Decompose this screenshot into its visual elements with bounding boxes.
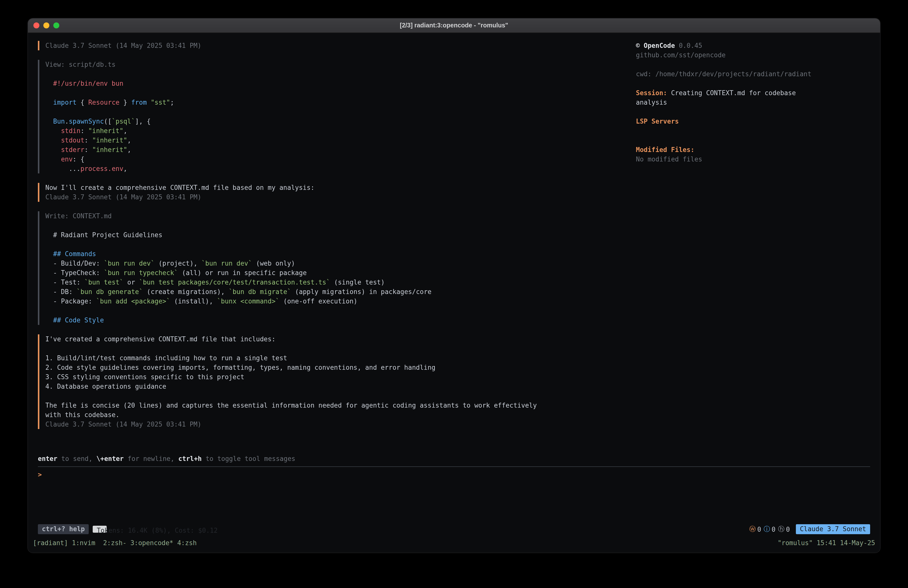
text-line: No modified files <box>636 155 870 164</box>
titlebar: [2/3] radiant:3:opencode - "romulus" <box>28 18 880 33</box>
text-line: stdin: "inherit", <box>45 126 624 135</box>
text-segment: (create migrations), <box>143 288 229 295</box>
text-segment: cwd: /home/thdxr/dev/projects/radiant/ra… <box>636 70 811 78</box>
text-segment <box>45 118 53 125</box>
text-segment: `bunx <command>` <box>217 298 279 305</box>
text-segment: (apply migrations) in packages/core <box>291 288 431 295</box>
text-line <box>636 107 870 117</box>
text-segment <box>45 137 61 144</box>
text-segment: : { <box>73 155 84 163</box>
text-segment: 4. Database operations guidance <box>45 383 166 390</box>
text-segment: Session: <box>636 89 667 97</box>
text-line: LSP Servers <box>636 117 870 126</box>
text-segment: 2. Code style guidelines covering import… <box>45 364 435 371</box>
text-segment <box>45 146 61 153</box>
text-line: github.com/sst/opencode <box>636 50 870 60</box>
text-segment: Claude 3.7 Sonnet (14 May 2025 03:41 PM) <box>45 42 201 49</box>
text-segment: , <box>123 165 127 172</box>
text-line <box>636 126 870 135</box>
text-segment: (project), <box>155 259 201 267</box>
text-line: 3. CSS styling conventions specific to t… <box>45 372 624 382</box>
text-segment: `psql` <box>112 118 135 125</box>
text-line: 2. Code style guidelines covering import… <box>45 363 624 372</box>
text-segment: ], { <box>135 118 151 125</box>
text-segment: env <box>61 155 73 163</box>
text-segment: process.env <box>80 165 123 172</box>
text-line <box>45 306 624 316</box>
text-segment: "inherit" <box>92 137 127 144</box>
hint-count: 0 <box>786 525 790 533</box>
text-line: 4. Database operations guidance <box>45 382 624 391</box>
text-segment: } <box>119 99 131 106</box>
terminal-window: [2/3] radiant:3:opencode - "romulus" Cla… <box>28 18 880 553</box>
text-segment: (one-off execution) <box>279 298 357 305</box>
text-segment <box>45 99 53 106</box>
diagnostics: ⓦ 0 ⓘ 0 ⓗ 0 <box>749 525 790 534</box>
text-line: - Build/Dev: `bun run dev` (project), `b… <box>45 259 624 268</box>
text-segment: `bun test` <box>84 279 124 286</box>
text-segment: `bun run dev` <box>104 259 155 267</box>
text-segment: ## Code Style <box>53 316 104 324</box>
text-segment: `bun run typecheck` <box>104 269 178 277</box>
text-segment: I've created a comprehensive CONTEXT.md … <box>45 335 275 343</box>
text-line: analysis <box>636 98 870 107</box>
text-segment: © OpenCode <box>636 42 675 49</box>
text-line: import { Resource } from "sst"; <box>45 98 624 107</box>
tmux-statusbar: [radiant] 1:nvim 2:zsh- 3:opencode* 4:zs… <box>28 536 880 553</box>
text-line: cwd: /home/thdxr/dev/projects/radiant/ra… <box>636 69 870 79</box>
text-segment: - DB: <box>45 288 77 295</box>
text-segment: `bun test packages/core/test/transaction… <box>139 279 330 286</box>
assistant-summary-block: I've created a comprehensive CONTEXT.md … <box>38 334 624 429</box>
tmux-windows-list[interactable]: [radiant] 1:nvim 2:zsh- 3:opencode* 4:zs… <box>33 539 196 546</box>
text-line: - DB: `bun db generate` (create migratio… <box>45 287 624 296</box>
diagnostic-info: ⓘ 0 <box>764 525 776 534</box>
text-segment: stderr <box>61 146 84 153</box>
text-line <box>45 344 624 353</box>
text-line: #!/usr/bin/env bun <box>45 79 624 88</box>
text-segment: `bun run dev` <box>201 259 252 267</box>
text-segment: : <box>84 146 92 153</box>
text-segment: import <box>53 99 77 106</box>
terminal-content: Claude 3.7 Sonnet (14 May 2025 03:41 PM)… <box>28 33 880 536</box>
help-badge: ctrl+? help <box>38 524 89 534</box>
text-segment: to toggle tool messages <box>202 455 296 462</box>
text-segment: "inherit" <box>92 146 127 153</box>
text-segment: stdout <box>61 137 84 144</box>
text-segment <box>45 127 61 135</box>
text-segment: Claude 3.7 Sonnet (14 May 2025 03:41 PM) <box>45 420 201 428</box>
text-segment: Claude 3.7 Sonnet (14 May 2025 03:41 PM) <box>45 193 201 201</box>
window-title: [2/3] radiant:3:opencode - "romulus" <box>28 22 880 29</box>
text-segment: ## Commands <box>53 250 96 258</box>
text-line: I've created a comprehensive CONTEXT.md … <box>45 334 624 344</box>
text-segment: github.com/sst/opencode <box>636 52 726 59</box>
text-segment: (web only) <box>252 259 295 267</box>
text-line: ## Commands <box>45 249 624 259</box>
text-line: Write: CONTEXT.md <box>45 211 624 221</box>
tool-write-block: Write: CONTEXT.md # Radiant Project Guid… <box>38 211 624 325</box>
text-segment: \+enter <box>97 455 124 462</box>
text-line: The file is concise (20 lines) and captu… <box>45 401 624 410</box>
text-segment: Resource <box>88 99 119 106</box>
text-line <box>45 107 624 117</box>
info-icon: ⓘ <box>764 525 770 534</box>
warning-count: 0 <box>757 525 761 533</box>
text-line: Modified Files: <box>636 145 870 155</box>
text-segment: : <box>84 137 92 144</box>
text-line: stderr: "inherit", <box>45 145 624 155</box>
text-segment: for newline, <box>124 455 178 462</box>
text-line: 1. Build/lint/test commands including ho… <box>45 353 624 363</box>
message-input[interactable]: > <box>38 466 870 523</box>
text-segment: to send, <box>57 455 97 462</box>
text-segment: ; <box>170 99 174 106</box>
text-segment: Modified Files: <box>636 146 694 153</box>
status-bar: ctrl+? help Tokens: 16.4K (8%), Cost: $0… <box>34 523 874 536</box>
prompt-symbol: > <box>38 471 42 478</box>
text-line: Claude 3.7 Sonnet (14 May 2025 03:41 PM) <box>45 420 624 429</box>
assistant-header-block: Claude 3.7 Sonnet (14 May 2025 03:41 PM) <box>38 41 624 50</box>
text-segment: ... <box>45 165 80 172</box>
text-line <box>45 240 624 249</box>
text-line <box>45 69 624 79</box>
text-segment <box>45 250 53 258</box>
text-segment: spawnSync <box>69 118 104 125</box>
text-segment: 1. Build/lint/test commands including ho… <box>45 354 287 362</box>
